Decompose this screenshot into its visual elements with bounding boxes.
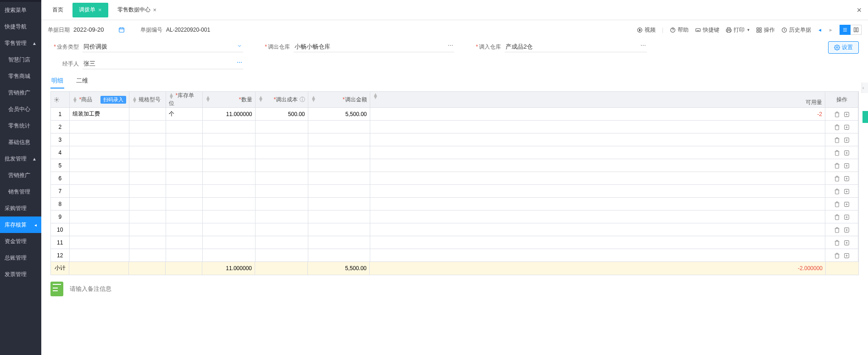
print-button[interactable]: 打印▾ bbox=[726, 26, 750, 34]
cell-qty[interactable] bbox=[202, 249, 255, 262]
add-row-icon[interactable] bbox=[844, 162, 850, 168]
more-icon[interactable]: ⋯ bbox=[237, 59, 242, 66]
cell-goods[interactable]: 组装加工费 bbox=[69, 108, 129, 121]
sidebar-item-inventory[interactable]: 库存核算◂ bbox=[0, 216, 41, 233]
delete-row-icon[interactable] bbox=[834, 149, 840, 155]
cell-spec[interactable] bbox=[129, 133, 166, 146]
doc-date-input[interactable] bbox=[73, 26, 115, 33]
cell-unit[interactable] bbox=[166, 133, 202, 146]
delete-row-icon[interactable] bbox=[834, 252, 840, 258]
cell-unit[interactable] bbox=[166, 121, 202, 133]
operate-button[interactable]: 操作 bbox=[756, 26, 775, 34]
settings-button[interactable]: 设置 bbox=[828, 41, 859, 54]
cell-available[interactable] bbox=[370, 133, 825, 146]
cell-goods[interactable] bbox=[69, 133, 129, 146]
cell-amount[interactable] bbox=[308, 121, 370, 133]
table-row[interactable]: 4 bbox=[51, 146, 858, 159]
cell-cost[interactable] bbox=[255, 211, 308, 223]
more-icon[interactable]: ⋯ bbox=[640, 42, 646, 49]
right-rail-handle[interactable]: ‹ bbox=[862, 83, 868, 93]
table-row[interactable]: 7 bbox=[51, 185, 858, 198]
cell-goods[interactable] bbox=[69, 172, 129, 185]
cell-qty[interactable] bbox=[202, 185, 255, 198]
prev-doc-button[interactable]: ◂ bbox=[818, 27, 822, 33]
cell-goods[interactable] bbox=[69, 159, 129, 172]
right-rail-badge[interactable] bbox=[862, 111, 868, 123]
delete-row-icon[interactable] bbox=[834, 175, 840, 181]
info-icon[interactable]: ⓘ bbox=[300, 96, 305, 103]
add-row-icon[interactable] bbox=[844, 188, 850, 194]
sidebar-item-wholesale[interactable]: 批发管理▲ bbox=[0, 150, 41, 167]
cell-goods[interactable] bbox=[69, 223, 129, 236]
remark-input[interactable] bbox=[70, 285, 859, 292]
cell-cost[interactable] bbox=[255, 133, 308, 146]
delete-row-icon[interactable] bbox=[834, 239, 840, 245]
cell-goods[interactable] bbox=[69, 249, 129, 262]
cell-goods[interactable] bbox=[69, 146, 129, 159]
cell-amount[interactable] bbox=[308, 185, 370, 198]
sidebar-item-quick-nav[interactable]: 快捷导航 bbox=[0, 18, 41, 35]
calendar-icon[interactable] bbox=[118, 27, 125, 33]
delete-row-icon[interactable] bbox=[834, 123, 840, 130]
cell-qty[interactable] bbox=[202, 198, 255, 211]
biz-type-input[interactable] bbox=[83, 41, 243, 52]
cell-cost[interactable]: 500.00 bbox=[255, 108, 308, 121]
add-row-icon[interactable] bbox=[844, 226, 850, 233]
cell-available[interactable] bbox=[370, 211, 825, 223]
table-settings-button[interactable] bbox=[51, 92, 69, 108]
cell-cost[interactable] bbox=[255, 146, 308, 159]
cell-available[interactable] bbox=[370, 121, 825, 133]
sidebar-item-retail-manage[interactable]: 零售管理▲ bbox=[0, 35, 41, 51]
delete-row-icon[interactable] bbox=[834, 162, 840, 168]
add-row-icon[interactable] bbox=[844, 149, 850, 155]
sidebar-item-marketing2[interactable]: 营销推广 bbox=[0, 167, 41, 183]
cell-spec[interactable] bbox=[129, 185, 166, 198]
cell-qty[interactable] bbox=[202, 159, 255, 172]
sidebar-item-smart-store[interactable]: 智慧门店 bbox=[0, 51, 41, 68]
table-row[interactable]: 5 bbox=[51, 159, 858, 172]
cell-unit[interactable]: 个 bbox=[166, 108, 202, 121]
cell-unit[interactable] bbox=[166, 159, 202, 172]
cell-available[interactable] bbox=[370, 223, 825, 236]
cell-spec[interactable] bbox=[129, 198, 166, 211]
cell-amount[interactable] bbox=[308, 172, 370, 185]
shortcut-button[interactable]: 快捷键 bbox=[695, 26, 719, 34]
sidebar-item-retail-mall[interactable]: 零售商城 bbox=[0, 68, 41, 84]
sidebar-item-ledger[interactable]: 总账管理 bbox=[0, 250, 41, 266]
help-button[interactable]: 帮助 bbox=[670, 26, 689, 34]
scan-input-button[interactable]: 扫码录入 bbox=[100, 96, 126, 104]
next-doc-button[interactable]: ▸ bbox=[829, 27, 833, 33]
table-row[interactable]: 11 bbox=[51, 236, 858, 249]
cell-unit[interactable] bbox=[166, 249, 202, 262]
view-list-button[interactable] bbox=[840, 25, 851, 35]
table-row[interactable]: 9 bbox=[51, 211, 858, 223]
cell-spec[interactable] bbox=[129, 172, 166, 185]
cell-spec[interactable] bbox=[129, 108, 166, 121]
sidebar-item-member-center[interactable]: 会员中心 bbox=[0, 101, 41, 117]
cell-amount[interactable] bbox=[308, 236, 370, 249]
tab-home[interactable]: 首页 bbox=[46, 3, 70, 17]
add-row-icon[interactable] bbox=[844, 213, 850, 220]
add-row-icon[interactable] bbox=[844, 200, 850, 207]
cell-amount[interactable]: 5,500.00 bbox=[308, 108, 370, 121]
cell-qty[interactable] bbox=[202, 133, 255, 146]
cell-spec[interactable] bbox=[129, 223, 166, 236]
table-row[interactable]: 1组装加工费个11.000000500.005,500.00-2 bbox=[51, 108, 858, 121]
delete-row-icon[interactable] bbox=[834, 226, 840, 233]
cell-spec[interactable] bbox=[129, 159, 166, 172]
chevron-down-icon[interactable] bbox=[237, 42, 242, 49]
cell-spec[interactable] bbox=[129, 121, 166, 133]
cell-qty[interactable] bbox=[202, 236, 255, 249]
cell-available[interactable] bbox=[370, 172, 825, 185]
cell-unit[interactable] bbox=[166, 198, 202, 211]
cell-available[interactable]: -2 bbox=[370, 108, 825, 121]
delete-row-icon[interactable] bbox=[834, 188, 840, 194]
tab-transfer-order[interactable]: 调拨单× bbox=[72, 3, 108, 17]
table-row[interactable]: 12 bbox=[51, 249, 858, 262]
add-row-icon[interactable] bbox=[844, 136, 850, 143]
cell-amount[interactable] bbox=[308, 249, 370, 262]
cell-spec[interactable] bbox=[129, 146, 166, 159]
col-header-goods[interactable]: ▲▼*商品扫码录入 bbox=[69, 92, 129, 108]
col-header-spec[interactable]: ▲▼规格型号 bbox=[129, 92, 166, 108]
more-icon[interactable]: ⋯ bbox=[448, 42, 453, 49]
